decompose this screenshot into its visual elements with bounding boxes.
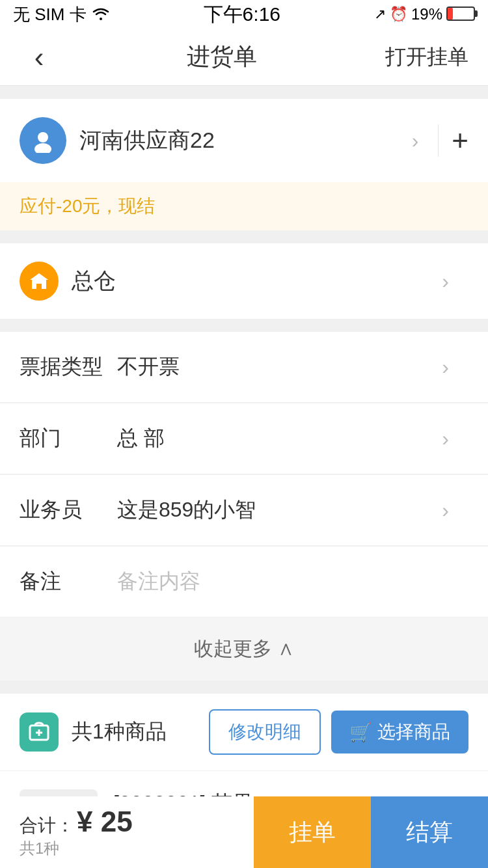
bill-type-chevron-icon: ›: [442, 355, 449, 379]
svg-rect-4: [36, 284, 42, 289]
settle-label: 结算: [406, 817, 453, 848]
status-bar: 无 SIM 卡 下午6:16 ↗ ⏰ 19%: [0, 0, 488, 29]
salesperson-value: 这是859的小智: [104, 496, 442, 524]
warehouse-chevron-icon: ›: [442, 269, 449, 293]
bill-type-row[interactable]: 票据类型 不开票 ›: [0, 332, 488, 403]
supplier-notice: 应付-20元，现结: [0, 182, 488, 230]
select-product-button[interactable]: 🛒 选择商品: [331, 711, 468, 753]
settle-button[interactable]: 结算: [371, 796, 488, 868]
add-supplier-button[interactable]: +: [438, 124, 468, 157]
remark-row[interactable]: 备注 备注内容: [0, 547, 488, 617]
warehouse-icon: [20, 262, 59, 301]
salesperson-chevron-icon: ›: [442, 498, 449, 522]
footer-total-section: 合计： ¥ 25 共1种: [0, 796, 254, 868]
page-title: 进货单: [187, 41, 257, 73]
back-button[interactable]: ‹: [20, 41, 59, 74]
status-right: ↗ ⏰ 19%: [374, 5, 475, 23]
department-row[interactable]: 部门 总 部 ›: [0, 403, 488, 474]
supplier-chevron-icon: ›: [412, 129, 419, 153]
status-time: 下午6:16: [204, 1, 280, 28]
warehouse-name: 总仓: [72, 266, 442, 296]
section-gap-3: [0, 319, 488, 332]
supplier-section: 河南供应商22 › + 应付-20元，现结: [0, 99, 488, 230]
remark-label: 备注: [20, 567, 104, 596]
department-label: 部门: [20, 424, 104, 453]
remark-input[interactable]: 备注内容: [104, 567, 468, 596]
supplier-avatar: [20, 117, 66, 164]
section-gap-4: [0, 681, 488, 694]
salesperson-label: 业务员: [20, 496, 104, 524]
collapse-more-button[interactable]: 收起更多 ∧: [0, 617, 488, 681]
footer-total-sub: 共1种: [20, 838, 234, 859]
battery-percent: 19%: [411, 5, 442, 23]
alarm-icon: ⏰: [390, 6, 407, 23]
supplier-name: 河南供应商22: [79, 126, 412, 156]
salesperson-row[interactable]: 业务员 这是859的小智 ›: [0, 475, 488, 546]
department-chevron-icon: ›: [442, 427, 449, 451]
select-product-label: 选择商品: [377, 720, 450, 744]
hang-label: 挂单: [289, 817, 336, 848]
open-hang-button[interactable]: 打开挂单: [385, 43, 468, 72]
svg-point-1: [34, 143, 51, 153]
warehouse-row[interactable]: 总仓 ›: [0, 243, 488, 319]
section-gap-1: [0, 86, 488, 99]
product-header: 共1种商品 修改明细 🛒 选择商品: [0, 694, 488, 770]
footer-total-label: 合计：: [20, 813, 74, 838]
location-icon: ↗: [374, 6, 386, 23]
status-left: 无 SIM 卡: [13, 3, 110, 26]
edit-detail-button[interactable]: 修改明细: [209, 709, 321, 755]
nav-bar: ‹ 进货单 打开挂单: [0, 29, 488, 86]
battery-icon: [446, 5, 475, 23]
supplier-row[interactable]: 河南供应商22 › +: [0, 99, 488, 182]
carrier-label: 无 SIM 卡: [13, 3, 87, 26]
svg-point-0: [38, 132, 48, 142]
bill-type-value: 不开票: [104, 353, 442, 381]
department-value: 总 部: [104, 424, 442, 453]
cart-icon: 🛒: [349, 722, 372, 743]
warehouse-section: 总仓 ›: [0, 243, 488, 319]
wifi-icon: [92, 5, 110, 25]
form-section: 票据类型 不开票 › 部门 总 部 › 业务员 这是859的小智 › 备注 备注…: [0, 332, 488, 617]
bill-type-label: 票据类型: [20, 353, 104, 381]
footer: 合计： ¥ 25 共1种 挂单 结算: [0, 796, 488, 868]
product-section-icon: [20, 712, 59, 752]
footer-total-amount: ¥ 25: [77, 806, 133, 838]
product-count: 共1种商品: [72, 718, 209, 746]
section-gap-2: [0, 230, 488, 243]
svg-marker-2: [30, 273, 48, 280]
hang-button[interactable]: 挂单: [254, 796, 371, 868]
